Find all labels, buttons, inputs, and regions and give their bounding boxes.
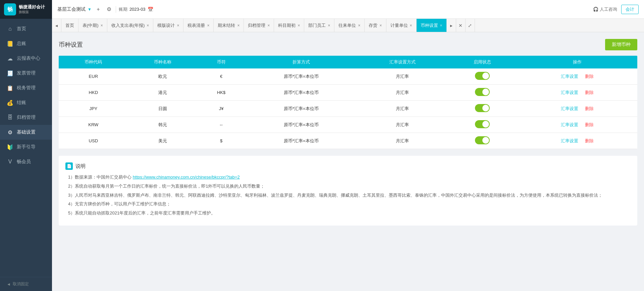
enable-toggle-USD[interactable] — [475, 136, 490, 144]
cell-name: 欧元 — [128, 68, 198, 85]
rate-settings-link-EUR[interactable]: 汇率设置 — [561, 74, 578, 79]
tab-close-all[interactable]: ✕ — [456, 19, 466, 32]
company-selector[interactable]: 基层工会测试 ▼ — [57, 6, 92, 12]
delete-link-KRW[interactable]: 删除 — [585, 122, 594, 127]
tab-close-unit[interactable]: × — [410, 23, 412, 28]
cell-toggle — [448, 133, 517, 149]
cell-conversion: 原币*汇率=本位币 — [245, 85, 357, 101]
invoice-icon: 🧾 — [7, 70, 13, 77]
headset-icon: 🎧 — [593, 7, 598, 12]
tab-inventory[interactable]: 存货× — [365, 19, 386, 32]
tab-close-currency[interactable]: × — [440, 23, 442, 28]
cell-conversion: 原币*汇率=本位币 — [245, 101, 357, 117]
tab-close-archive-mgr[interactable]: × — [267, 23, 270, 28]
cell-symbol: $ — [197, 133, 245, 149]
rate-settings-link-HKD[interactable]: 汇率设置 — [561, 90, 578, 95]
add-tab-button[interactable]: + — [94, 5, 102, 13]
sidebar-item-archive[interactable]: 🗄 归档管理 — [0, 110, 52, 125]
sidebar-item-home[interactable]: ⌂ 首页 — [0, 21, 52, 36]
delete-link-USD[interactable]: 删除 — [585, 138, 594, 143]
divider — [116, 6, 116, 13]
new-currency-button[interactable]: 新增币种 — [605, 39, 637, 50]
logo-name: 畅捷通好会计 — [19, 4, 45, 10]
rate-settings-link-KRW[interactable]: 汇率设置 — [561, 122, 578, 127]
tab-close-income[interactable]: × — [147, 23, 149, 28]
tab-close-partner[interactable]: × — [358, 23, 360, 28]
tab-home[interactable]: 首页 — [61, 19, 78, 32]
delete-link-JPY[interactable]: 删除 — [585, 106, 594, 111]
sidebar-logo: 畅 畅捷通好会计 旗舰版 — [0, 0, 52, 19]
cell-symbol: -- — [197, 117, 245, 133]
tab-bs[interactable]: 表(中期)× — [78, 19, 107, 32]
tab-close-bs[interactable]: × — [101, 23, 103, 28]
page-title: 币种设置 — [59, 41, 83, 49]
tab-tax-clear[interactable]: 税表清册× — [183, 19, 214, 32]
sidebar-pin-toggle[interactable]: ◄ 取消固定 — [0, 277, 52, 291]
delete-link-HKD[interactable]: 删除 — [585, 90, 594, 95]
tab-period-end[interactable]: 期末结转× — [214, 19, 244, 32]
tab-close-tax-clear[interactable]: × — [207, 23, 209, 28]
tab-subject-init[interactable]: 科目期初× — [274, 19, 304, 32]
tab-income[interactable]: 收入支出表(年报)× — [107, 19, 154, 32]
help-button[interactable]: 🎧 人工咨询 — [593, 6, 617, 12]
currency-table: 币种代码币种名称币符折算方式汇率设置方式启用状态操作 EUR欧元€原币*汇率=本… — [59, 56, 637, 149]
cell-code: KRW — [59, 117, 128, 133]
tab-template[interactable]: 模版设计× — [153, 19, 183, 32]
tab-dept-staff[interactable]: 部门员工× — [304, 19, 334, 32]
member-icon: V — [7, 158, 13, 165]
tab-close-dept-staff[interactable]: × — [328, 23, 330, 28]
tab-partner[interactable]: 往来单位× — [334, 19, 365, 32]
enable-toggle-EUR[interactable] — [475, 72, 490, 80]
tab-nav-left[interactable]: ◂ — [52, 19, 61, 32]
enable-toggle-HKD[interactable] — [475, 88, 490, 96]
enable-toggle-KRW[interactable] — [475, 120, 490, 128]
notice-item: 5）系统只能自动抓取2021年度后的汇率，之前年度汇率需要用户手工维护。 — [68, 210, 631, 217]
account-button[interactable]: 会计 — [621, 5, 639, 14]
tab-currency[interactable]: 币种设置× — [417, 19, 447, 32]
tab-archive-mgr[interactable]: 归档管理× — [244, 19, 274, 32]
sidebar: 畅 畅捷通好会计 旗舰版 ⌂ 首页 📒 总账 ☁ 云报表中心 🧾 发票管理 📋 … — [0, 0, 52, 291]
cell-rate-type: 月汇率 — [357, 101, 448, 117]
tab-label-tax-clear: 税表清册 — [187, 22, 205, 29]
tab-close-inventory[interactable]: × — [379, 23, 382, 28]
tab-bar: ◂首页表(中期)×收入支出表(年报)×模版设计×税表清册×期末结转×归档管理×科… — [52, 19, 644, 32]
sidebar-item-tax[interactable]: 📋 税务管理 — [0, 81, 52, 95]
col-header: 币种代码 — [59, 56, 128, 68]
sidebar-label-basic-settings: 基础设置 — [17, 129, 36, 135]
tab-close-subject-init[interactable]: × — [298, 23, 300, 28]
help-label: 人工咨询 — [600, 6, 617, 12]
sidebar-item-cloud-reports[interactable]: ☁ 云报表中心 — [0, 51, 52, 66]
table-header: 币种代码币种名称币符折算方式汇率设置方式启用状态操作 — [59, 56, 637, 68]
notice-section: 📄 说明 1）数据来源：中国外汇交易中心 https://www.chinamo… — [59, 156, 637, 226]
rate-settings-link-JPY[interactable]: 汇率设置 — [561, 106, 578, 111]
sidebar-item-settlement[interactable]: 💰 结账 — [0, 95, 52, 110]
sidebar-label-cloud-reports: 云报表中心 — [17, 55, 40, 61]
sidebar-item-basic-settings[interactable]: ⚙ 基础设置 — [0, 125, 52, 140]
col-header: 币符 — [197, 56, 245, 68]
notice-link[interactable]: https://www.chinamoney.com.cn/chinese/bk… — [133, 175, 240, 180]
rate-settings-link-USD[interactable]: 汇率设置 — [561, 138, 578, 143]
tab-unit[interactable]: 计量单位× — [386, 19, 417, 32]
cell-rate-type: 月汇率 — [357, 68, 448, 85]
sidebar-item-member[interactable]: V 畅会员 — [0, 154, 52, 169]
tab-expand[interactable]: ⤢ — [466, 19, 475, 32]
enable-toggle-JPY[interactable] — [475, 104, 490, 112]
cell-rate-type: 月汇率 — [357, 117, 448, 133]
settings-icon[interactable]: ⚙ — [105, 5, 113, 13]
tab-close-period-end[interactable]: × — [237, 23, 239, 28]
sidebar-item-ledger[interactable]: 📒 总账 — [0, 36, 52, 51]
notice-item: 3）人民币对马来西亚林吉特、俄罗斯卢布、南非兰特、韩元、阿联酋迪拉姆、沙特里亚尔… — [68, 192, 631, 199]
sidebar-item-invoice[interactable]: 🧾 发票管理 — [0, 66, 52, 81]
tab-nav-right[interactable]: ▸ — [447, 19, 456, 32]
pin-icon: ◄ — [7, 282, 11, 287]
cell-toggle — [448, 68, 517, 85]
calendar-icon[interactable]: 📅 — [148, 7, 153, 12]
col-header: 折算方式 — [245, 56, 357, 68]
tab-close-template[interactable]: × — [177, 23, 179, 28]
table-body: EUR欧元€原币*汇率=本位币月汇率 汇率设置 删除 HKD港元HK$原币*汇率… — [59, 68, 637, 149]
guide-icon: 🔰 — [7, 144, 13, 150]
notice-title-text: 说明 — [75, 163, 86, 169]
delete-link-EUR[interactable]: 删除 — [585, 74, 594, 79]
ledger-icon: 📒 — [7, 40, 13, 47]
sidebar-item-guide[interactable]: 🔰 新手引导 — [0, 140, 52, 154]
